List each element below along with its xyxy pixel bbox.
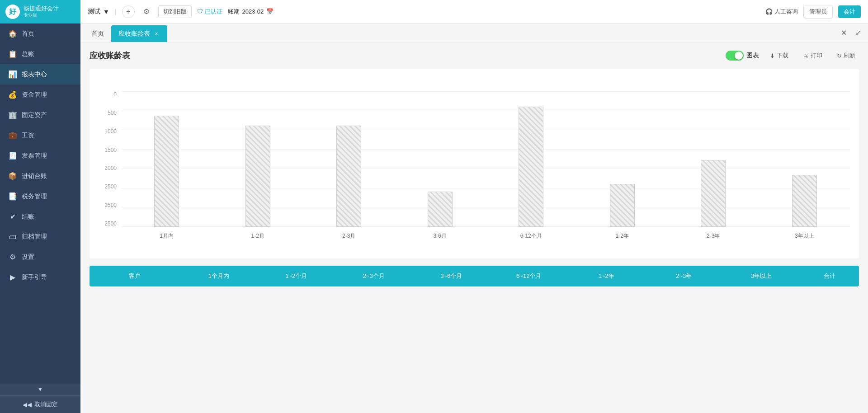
sidebar-item-inventory[interactable]: 📦 进销台账 [0, 166, 80, 186]
tab-bar-actions: ✕ ⤢ [837, 23, 864, 42]
expand-icon: ⤢ [855, 28, 861, 37]
table-header-cell-4: 3~6个月 [413, 266, 491, 286]
table-header-cell-8: 3年以上 [723, 266, 801, 286]
y-label-1: 500 [99, 110, 117, 116]
home-icon: 🏠 [8, 29, 17, 38]
chart-bar-0 [154, 116, 179, 227]
chart-x-label-2: 2-3月 [303, 227, 395, 245]
sidebar-item-invoice[interactable]: 🧾 发票管理 [0, 145, 80, 166]
chart-toggle[interactable]: 图表 [726, 51, 759, 61]
sidebar-item-guide[interactable]: ▶ 新手引导 [0, 267, 80, 287]
sidebar-item-reports[interactable]: 📊 报表中心 [0, 64, 80, 84]
topbar-period: 账期 2023-02 📅 [228, 8, 274, 16]
page-content: 应收账龄表 图表 ⬇ 下载 🖨 打印 [80, 42, 868, 413]
sidebar-item-salary[interactable]: 💼 工资 [0, 125, 80, 145]
page-header: 应收账龄表 图表 ⬇ 下载 🖨 打印 [90, 50, 859, 61]
sidebar-item-tax[interactable]: 📑 税务管理 [0, 186, 80, 206]
content-area: 首页 应收账龄表 × ✕ ⤢ 应收账龄表 [80, 23, 868, 413]
archive-icon: 🗃 [8, 233, 17, 241]
fund-icon: 💰 [8, 90, 17, 99]
topbar-manager-btn[interactable]: 管理员 [803, 5, 833, 19]
shield-icon: 🛡 [197, 8, 203, 15]
table-header-cell-9: 合计 [800, 266, 859, 286]
tab-close-all-btn[interactable]: ✕ [837, 27, 850, 39]
y-label-6: 2500 [99, 202, 117, 208]
y-label-7: 2500 [99, 221, 117, 227]
topbar-accountant-btn[interactable]: 会计 [838, 5, 861, 18]
chart-bar-3 [428, 192, 453, 227]
scroll-down-icon: ▼ [38, 386, 43, 393]
chart-x-label-6: 2-3年 [668, 227, 759, 245]
settings-icon: ⚙ [8, 253, 17, 261]
topbar-project[interactable]: 测试 ▼ [88, 8, 109, 16]
sidebar-item-settings[interactable]: ⚙ 设置 [0, 247, 80, 267]
chart-bar-6 [701, 160, 726, 227]
tab-expand-btn[interactable]: ⤢ [852, 27, 864, 39]
sidebar-item-home[interactable]: 🏠 首页 [0, 23, 80, 44]
dropdown-icon: ▼ [103, 8, 109, 15]
tab-bar: 首页 应收账龄表 × ✕ ⤢ [80, 23, 868, 42]
sidebar-unpin-btn[interactable]: ◀◀ 取消固定 [0, 395, 80, 413]
topbar-settings-btn[interactable]: ⚙ [140, 5, 153, 18]
chart-bar-group-7 [759, 91, 850, 227]
chart-plot: 1月内1-2月2-3月3-6月6-12个月1-2年2-3年3年以上 [121, 91, 850, 245]
toggle-track[interactable] [726, 51, 744, 61]
topbar-old-version-btn[interactable]: 切到旧版 [158, 5, 192, 18]
chart-bar-group-0 [121, 91, 212, 227]
unpin-label: 取消固定 [34, 400, 58, 408]
toggle-thumb [735, 52, 743, 60]
chart-x-label-0: 1月内 [121, 227, 212, 245]
app-logo-icon: 好 [5, 5, 20, 19]
reports-icon: 📊 [8, 70, 17, 79]
chart-x-label-7: 3年以上 [759, 227, 850, 245]
sidebar-logo: 好 畅捷通好会计 专业版 [0, 0, 80, 23]
calendar-icon[interactable]: 📅 [266, 8, 274, 15]
refresh-icon: ↻ [837, 52, 842, 59]
sidebar-item-label: 结账 [22, 213, 34, 221]
sidebar-item-assets[interactable]: 🏢 固定资产 [0, 105, 80, 125]
invoice-icon: 🧾 [8, 151, 17, 160]
sidebar-item-label: 进销台账 [22, 172, 47, 180]
unpin-icon: ◀◀ [23, 401, 32, 408]
topbar-divider: | [115, 8, 117, 15]
sidebar-item-label: 工资 [22, 131, 34, 140]
inventory-icon: 📦 [8, 172, 17, 180]
page-actions: 图表 ⬇ 下载 🖨 打印 ↻ 刷新 [726, 50, 859, 61]
app-name: 畅捷通好会计 [24, 5, 59, 13]
sidebar-item-label: 总账 [22, 50, 34, 58]
sidebar-item-closing[interactable]: ✔ 结账 [0, 206, 80, 227]
chart-x-label-4: 6-12个月 [486, 227, 577, 245]
topbar-add-btn[interactable]: + [122, 5, 135, 18]
table-header-cell-2: 1~2个月 [258, 266, 335, 286]
topbar-consult-btn[interactable]: 🎧 人工咨询 [765, 8, 798, 16]
chart-x-labels: 1月内1-2月2-3月3-6月6-12个月1-2年2-3年3年以上 [121, 227, 850, 245]
sidebar-item-label: 设置 [22, 253, 34, 261]
tab-close-btn[interactable]: × [153, 30, 160, 38]
download-btn[interactable]: ⬇ 下载 [766, 50, 792, 61]
gear-icon: ⚙ [143, 7, 150, 16]
tax-icon: 📑 [8, 192, 17, 201]
table-header: 客户1个月内1~2个月2~3个月3~6个月6~12个月1~2年2~3年3年以上合… [90, 266, 859, 286]
sidebar-item-label: 资金管理 [22, 91, 47, 99]
tab-home[interactable]: 首页 [84, 25, 111, 42]
sidebar-item-archive[interactable]: 🗃 归档管理 [0, 227, 80, 247]
print-btn[interactable]: 🖨 打印 [799, 50, 826, 61]
print-icon: 🖨 [803, 52, 809, 59]
page-title: 应收账龄表 [90, 50, 130, 61]
chart-x-label-3: 3-6月 [395, 227, 486, 245]
sidebar: 好 畅捷通好会计 专业版 🏠 首页 📋 总账 📊 报表中心 💰 资金管理 🏢 固… [0, 0, 80, 413]
table-header-cell-5: 6~12个月 [490, 266, 568, 286]
sidebar-item-ledger[interactable]: 📋 总账 [0, 44, 80, 64]
table-header-cell-3: 2~3个月 [335, 266, 413, 286]
sidebar-item-fund[interactable]: 💰 资金管理 [0, 84, 80, 105]
refresh-btn[interactable]: ↻ 刷新 [833, 50, 859, 61]
sidebar-scroll-down-btn[interactable]: ▼ [0, 384, 80, 395]
sidebar-item-label: 固定资产 [22, 111, 47, 119]
sidebar-item-label: 报表中心 [22, 70, 47, 79]
add-icon: + [126, 8, 130, 16]
tab-active-label: 应收账龄表 [118, 30, 150, 38]
chart-bar-7 [792, 175, 817, 227]
headset-icon: 🎧 [765, 8, 773, 15]
tab-accounts-receivable[interactable]: 应收账龄表 × [111, 25, 167, 42]
chart-x-label-5: 1-2年 [577, 227, 668, 245]
